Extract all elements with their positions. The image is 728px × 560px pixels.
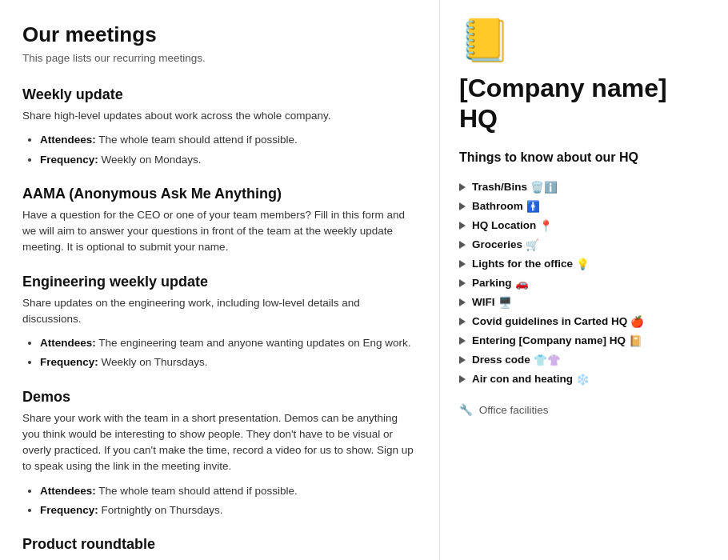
expand-icon — [459, 298, 466, 306]
expand-icon — [459, 375, 466, 383]
bullet-list-demos: Attendees: The whole team should attend … — [22, 483, 414, 519]
section-heading-weekly-update: Weekly update — [22, 86, 414, 103]
section-engineering: Engineering weekly updateShare updates o… — [22, 274, 414, 371]
sections-container: Weekly updateShare high-level updates ab… — [22, 86, 414, 560]
hq-items-list: Trash/Bins 🗑️ℹ️Bathroom 🚹HQ Location 📍Gr… — [459, 178, 709, 389]
section-heading-product-roundtable: Product roundtable — [22, 536, 414, 553]
expand-icon — [459, 279, 466, 287]
expand-icon — [459, 202, 466, 210]
hq-item-emoji: ❄️ — [576, 373, 590, 386]
hq-list-item[interactable]: Trash/Bins 🗑️ℹ️ — [459, 178, 709, 197]
page-subtitle: This page lists our recurring meetings. — [22, 52, 414, 64]
section-aama: AAMA (Anonymous Ask Me Anything)Have a q… — [22, 186, 414, 256]
expand-icon — [459, 260, 466, 268]
section-desc-demos: Share your work with the team in a short… — [22, 410, 414, 475]
office-facilities-label: Office facilities — [479, 404, 549, 416]
hq-item-label: Groceries — [472, 238, 522, 250]
hq-item-label: Dress code — [472, 354, 530, 366]
hq-list-item[interactable]: Lights for the office 💡 — [459, 254, 709, 274]
bullet-item: Frequency: Weekly on Thursdays. — [40, 354, 414, 370]
hq-item-emoji: 📔 — [629, 334, 642, 347]
company-title: [Company name] HQ — [459, 73, 709, 134]
bullet-list-weekly-update: Attendees: The whole team should attend … — [22, 132, 414, 168]
hq-list-item[interactable]: Parking 🚗 — [459, 274, 709, 293]
expand-icon — [459, 183, 466, 191]
hq-item-label: WIFI — [472, 296, 495, 308]
expand-icon — [459, 222, 466, 230]
hq-list-item[interactable]: Dress code 👕👚 — [459, 350, 709, 370]
expand-icon — [459, 356, 466, 364]
page-title: Our meetings — [22, 22, 414, 47]
section-demos: DemosShare your work with the team in a … — [22, 389, 414, 519]
hq-item-label: Air con and heating — [472, 373, 573, 385]
section-desc-aama: Have a question for the CEO or one of yo… — [22, 207, 414, 256]
hq-item-label: Entering [Company name] HQ — [472, 334, 626, 346]
office-facilities[interactable]: 🔧 Office facilities — [459, 403, 709, 416]
hq-list-item[interactable]: Entering [Company name] HQ 📔 — [459, 331, 709, 350]
notebook-emoji: 📒 — [459, 16, 709, 65]
hq-item-emoji: 📍 — [539, 219, 553, 232]
wrench-icon: 🔧 — [459, 404, 473, 416]
hq-item-label: Covid guidelines in Carted HQ — [472, 315, 627, 327]
hq-list-item[interactable]: WIFI 🖥️ — [459, 293, 709, 312]
bullet-item: Frequency: Fortnightly on Thursdays. — [40, 502, 414, 518]
section-desc-engineering: Share updates on the engineering work, i… — [22, 295, 414, 328]
hq-item-label: Lights for the office — [472, 258, 573, 270]
left-panel: Our meetings This page lists our recurri… — [0, 0, 440, 560]
hq-list-item[interactable]: Bathroom 🚹 — [459, 197, 709, 216]
bullet-item: Attendees: The engineering team and anyo… — [40, 335, 414, 351]
hq-item-emoji: 🖥️ — [498, 296, 512, 309]
section-heading-engineering: Engineering weekly update — [22, 274, 414, 290]
hq-item-label: Trash/Bins — [472, 181, 527, 193]
hq-item-emoji: 👕👚 — [534, 354, 561, 366]
expand-icon — [459, 337, 466, 345]
hq-item-emoji: 💡 — [576, 258, 590, 270]
section-product-roundtable: Product roundtableDiscuss any product qu… — [22, 536, 414, 560]
section-desc-weekly-update: Share high-level updates about work acro… — [22, 108, 414, 124]
hq-list-item[interactable]: HQ Location 📍 — [459, 216, 709, 235]
right-panel: 📒 [Company name] HQ Things to know about… — [440, 0, 728, 560]
hq-item-emoji: 🛒 — [526, 238, 539, 251]
bullet-list-engineering: Attendees: The engineering team and anyo… — [22, 335, 414, 371]
section-heading-aama: AAMA (Anonymous Ask Me Anything) — [22, 186, 414, 202]
hq-item-emoji: 🍎 — [630, 315, 644, 328]
hq-item-label: Parking — [472, 277, 512, 289]
hq-item-emoji: 🚗 — [515, 277, 529, 290]
bullet-item: Attendees: The whole team should attend … — [40, 132, 414, 148]
section-heading-demos: Demos — [22, 389, 414, 406]
bullet-item: Frequency: Weekly on Mondays. — [40, 152, 414, 168]
hq-item-emoji: 🚹 — [526, 200, 540, 213]
hq-item-emoji: 🗑️ℹ️ — [530, 181, 558, 194]
expand-icon — [459, 241, 466, 249]
hq-subtitle: Things to know about our HQ — [459, 150, 709, 165]
section-weekly-update: Weekly updateShare high-level updates ab… — [22, 86, 414, 168]
hq-list-item[interactable]: Groceries 🛒 — [459, 235, 709, 254]
hq-list-item[interactable]: Covid guidelines in Carted HQ 🍎 — [459, 312, 709, 331]
hq-item-label: Bathroom — [472, 200, 523, 212]
expand-icon — [459, 318, 466, 326]
hq-list-item[interactable]: Air con and heating ❄️ — [459, 370, 709, 389]
hq-item-label: HQ Location — [472, 219, 536, 231]
bullet-item: Attendees: The whole team should attend … — [40, 483, 414, 499]
